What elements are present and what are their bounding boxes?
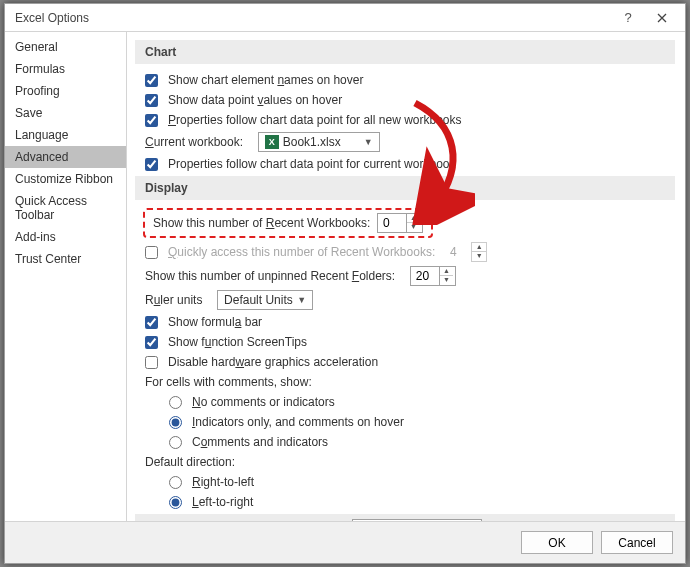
chk-prop-all-new[interactable] xyxy=(145,114,158,127)
lbl-ltr: Left-to-right xyxy=(192,495,253,509)
sidebar-item-general[interactable]: General xyxy=(5,36,126,58)
chk-data-point-values[interactable] xyxy=(145,94,158,107)
lbl-quick-access-recent: Quickly access this number of Recent Wor… xyxy=(168,245,435,259)
combo-ruler-units[interactable]: Default Units ▼ xyxy=(217,290,313,310)
chk-hw-accel[interactable] xyxy=(145,356,158,369)
sidebar-item-proofing[interactable]: Proofing xyxy=(5,80,126,102)
chevron-down-icon: ▼ xyxy=(360,137,377,147)
lbl-comments-indicators: Comments and indicators xyxy=(192,435,328,449)
chevron-down-icon: ▼ xyxy=(293,295,310,305)
chk-prop-current[interactable] xyxy=(145,158,158,171)
lbl-screentips: Show function ScreenTips xyxy=(168,335,307,349)
val-quick-access-recent: 4 xyxy=(450,245,457,259)
sidebar-item-formulas[interactable]: Formulas xyxy=(5,58,126,80)
lbl-indicators-hover: Indicators only, and comments on hover xyxy=(192,415,404,429)
spin-recent-folders[interactable]: ▲▼ xyxy=(410,266,456,286)
lbl-no-comments: No comments or indicators xyxy=(192,395,335,409)
sidebar-item-customize-ribbon[interactable]: Customize Ribbon xyxy=(5,168,126,190)
sidebar-item-advanced[interactable]: Advanced xyxy=(5,146,126,168)
chk-screentips[interactable] xyxy=(145,336,158,349)
section-display-workbook: Display options for this workbook: X Boo… xyxy=(135,514,675,521)
input-recent-workbooks[interactable] xyxy=(378,216,406,230)
sidebar-item-add-ins[interactable]: Add-ins xyxy=(5,226,126,248)
lbl-rtl: Right-to-left xyxy=(192,475,254,489)
excel-options-dialog: Excel Options ? General Formulas Proofin… xyxy=(4,3,686,564)
spin-quick-access: ▲▼ xyxy=(471,242,487,262)
close-button[interactable] xyxy=(645,7,679,29)
sidebar-item-quick-access-toolbar[interactable]: Quick Access Toolbar xyxy=(5,190,126,226)
sidebar-item-language[interactable]: Language xyxy=(5,124,126,146)
spin-down-icon[interactable]: ▼ xyxy=(407,223,420,232)
titlebar: Excel Options ? xyxy=(5,4,685,32)
input-recent-folders[interactable] xyxy=(411,269,439,283)
spin-recent-workbooks[interactable]: ▲▼ xyxy=(377,213,423,233)
help-button[interactable]: ? xyxy=(611,7,645,29)
category-sidebar: General Formulas Proofing Save Language … xyxy=(5,32,127,521)
close-icon xyxy=(657,13,667,23)
ok-button[interactable]: OK xyxy=(521,531,593,554)
excel-icon: X xyxy=(265,135,279,149)
lbl-recent-workbooks: Show this number of Recent Workbooks: xyxy=(153,216,370,230)
radio-no-comments[interactable] xyxy=(169,396,182,409)
chk-formula-bar[interactable] xyxy=(145,316,158,329)
radio-rtl[interactable] xyxy=(169,476,182,489)
lbl-prop-current: Properties follow chart data point for c… xyxy=(168,157,455,171)
lbl-hw-accel: Disable hardware graphics acceleration xyxy=(168,355,378,369)
options-content[interactable]: Chart Show chart element names on hover … xyxy=(127,32,685,521)
cancel-button[interactable]: Cancel xyxy=(601,531,673,554)
combo-ruler-units-value: Default Units xyxy=(224,293,293,307)
dialog-footer: OK Cancel xyxy=(5,521,685,563)
radio-indicators-hover[interactable] xyxy=(169,416,182,429)
lbl-chart-element-names: Show chart element names on hover xyxy=(168,73,363,87)
lbl-recent-folders: Show this number of unpinned Recent Fold… xyxy=(145,269,395,283)
section-display: Display xyxy=(135,176,675,200)
lbl-data-point-values: Show data point values on hover xyxy=(168,93,342,107)
radio-comments-indicators[interactable] xyxy=(169,436,182,449)
spin-up-icon[interactable]: ▲ xyxy=(407,214,420,223)
sidebar-item-save[interactable]: Save xyxy=(5,102,126,124)
chk-quick-access-recent[interactable] xyxy=(145,246,158,259)
spin-up-icon[interactable]: ▲ xyxy=(440,267,453,276)
section-chart: Chart xyxy=(135,40,675,64)
radio-ltr[interactable] xyxy=(169,496,182,509)
lbl-direction-heading: Default direction: xyxy=(145,455,235,469)
combo-current-workbook[interactable]: X Book1.xlsx ▼ xyxy=(258,132,380,152)
sidebar-item-trust-center[interactable]: Trust Center xyxy=(5,248,126,270)
window-title: Excel Options xyxy=(15,11,611,25)
lbl-formula-bar: Show formula bar xyxy=(168,315,262,329)
combo-current-workbook-value: Book1.xlsx xyxy=(283,135,341,149)
lbl-prop-all-new: Properties follow chart data point for a… xyxy=(168,113,462,127)
lbl-ruler-units: Ruler units xyxy=(145,293,202,307)
spin-down-icon[interactable]: ▼ xyxy=(440,276,453,285)
highlight-recent-workbooks: Show this number of Recent Workbooks: ▲▼ xyxy=(143,208,433,238)
lbl-current-workbook: Current workbook: xyxy=(145,135,243,149)
chk-chart-element-names[interactable] xyxy=(145,74,158,87)
lbl-comments-heading: For cells with comments, show: xyxy=(145,375,312,389)
